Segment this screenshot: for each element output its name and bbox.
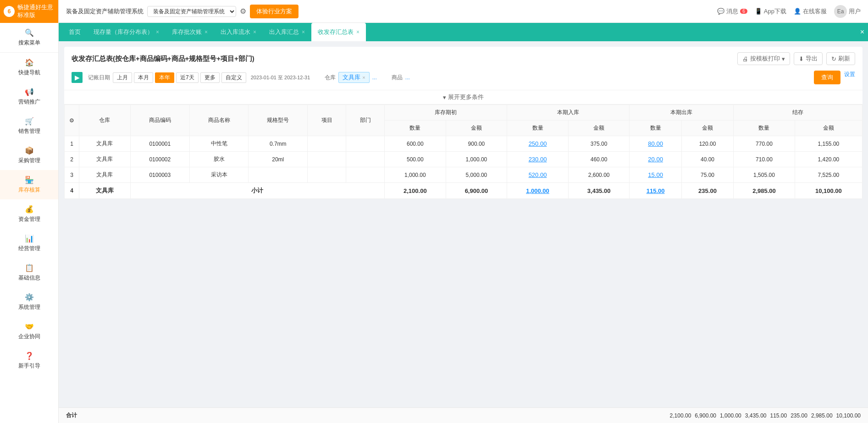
sidebar-item-guide[interactable]: ❓ 新手引导 <box>0 346 58 375</box>
sidebar-item-label: 销售管理 <box>18 127 40 135</box>
header-right: 💬 消息 6 📱 App下载 👤 在线客服 Ea 用户 <box>717 5 861 18</box>
inventory-icon: 🏪 <box>25 176 34 184</box>
col-in-qty: 数量 <box>507 121 569 136</box>
tab-recv-send-summary[interactable]: 收发存汇总表 × <box>311 23 366 41</box>
filter-action-buttons: 查询 设置 <box>814 71 855 84</box>
query-button[interactable]: 查询 <box>814 71 840 84</box>
system-title: 装备及固定资产辅助管理系统 <box>66 7 144 16</box>
tab-batch-ledger[interactable]: 库存批次账 × <box>166 23 214 41</box>
col-out-qty: 数量 <box>630 121 681 136</box>
sidebar-item-sales[interactable]: 🛒 销售管理 <box>0 111 58 141</box>
message-item[interactable]: 💬 消息 6 <box>717 7 747 16</box>
total-out-amt: 235.00 <box>791 412 807 419</box>
user-item[interactable]: Ea 用户 <box>834 5 861 18</box>
tab-home[interactable]: 首页 <box>62 23 87 41</box>
row-open-qty: 500.00 <box>385 152 446 167</box>
row-open-qty: 1,000.00 <box>385 167 446 183</box>
tab-inventory-dist-close[interactable]: × <box>156 29 159 35</box>
sidebar-item-search[interactable]: 🔍 搜索菜单 <box>0 23 58 53</box>
sidebar-item-quick-nav[interactable]: 🏠 快捷导航 <box>0 53 58 82</box>
online-service-label: 在线客服 <box>803 7 827 16</box>
tab-home-label: 首页 <box>69 28 81 36</box>
col-product-name-header: 商品名称 <box>189 105 249 136</box>
try-button[interactable]: 体验行业方案 <box>250 5 299 18</box>
phone-icon: 📱 <box>755 8 762 15</box>
online-service-item[interactable]: 👤 在线客服 <box>794 7 827 16</box>
product-more[interactable]: ... <box>405 74 410 81</box>
sidebar-item-inventory[interactable]: 🏪 库存核算 <box>0 170 58 199</box>
row-open-amt: 1,000.00 <box>446 152 507 167</box>
warehouse-tag[interactable]: 文具库 × <box>338 72 369 83</box>
tab-batch-ledger-label: 库存批次账 <box>172 28 202 36</box>
row-code: 0100002 <box>130 152 189 167</box>
warehouse-tag-name: 文具库 <box>343 73 360 82</box>
warehouse-more[interactable]: ... <box>372 74 377 81</box>
sidebar-item-label: 库存核算 <box>18 186 40 194</box>
print-button[interactable]: 🖨 按模板打印 ▾ <box>737 52 790 65</box>
sidebar-item-purchase[interactable]: 📦 采购管理 <box>0 141 58 170</box>
tabs-close-all-button[interactable]: × <box>860 28 864 36</box>
row-project <box>308 167 346 183</box>
refresh-button[interactable]: ↻ 刷新 <box>826 52 855 65</box>
subtotal-bal-amt: 10,100.00 <box>795 183 862 199</box>
export-button[interactable]: ⬇ 导出 <box>794 52 823 65</box>
date-btn-custom[interactable]: 自定义 <box>221 72 246 83</box>
row-project <box>308 152 346 167</box>
app-download-item[interactable]: 📱 App下载 <box>755 7 786 16</box>
tab-recv-send-summary-close[interactable]: × <box>356 29 359 35</box>
bottom-bar: 合计 2,100.00 6,900.00 1,000.00 3,435.00 1… <box>59 407 868 423</box>
sidebar-item-enterprise[interactable]: 🤝 企业协同 <box>0 317 58 346</box>
sidebar-item-label: 营销推广 <box>18 98 40 106</box>
sidebar-item-basic[interactable]: 📋 基础信息 <box>0 258 58 287</box>
subtotal-out-amt: 235.00 <box>681 183 733 199</box>
sidebar-item-finance[interactable]: 💰 资金管理 <box>0 199 58 229</box>
date-label: 记账日期 <box>88 74 110 82</box>
header-settings-icon[interactable]: ⚙ <box>240 7 246 16</box>
subtotal-out-qty: 115.00 <box>630 183 681 199</box>
message-label: 消息 <box>726 7 738 16</box>
total-in-qty: 1,000.00 <box>720 412 741 419</box>
purchase-icon: 📦 <box>25 146 34 155</box>
row-code: 0100001 <box>130 136 189 152</box>
row-out-qty[interactable]: 15.00 <box>630 167 681 183</box>
tab-inventory-dist[interactable]: 现存量（库存分布表） × <box>87 23 166 41</box>
row-warehouse: 文具库 <box>79 136 131 152</box>
tab-in-out-flow[interactable]: 出入库流水 × <box>214 23 263 41</box>
tab-in-out-summary[interactable]: 出入库汇总 × <box>263 23 311 41</box>
date-buttons: 上月 本月 本年 近7天 更多 自定义 <box>113 72 246 83</box>
table-row: 3 文具库 0100003 采访本 1,000.00 5,000.00 520.… <box>65 167 862 183</box>
export-icon: ⬇ <box>799 55 804 62</box>
col-settings[interactable]: ⚙ <box>65 105 79 136</box>
data-table: ⚙ 仓库 商品编码 商品名称 规格型号 项目 部门 库存期初 本期入库 本期出库… <box>64 104 862 199</box>
sidebar-item-marketing[interactable]: 📢 营销推广 <box>0 82 58 111</box>
row-bal-amt: 1,420.00 <box>795 152 862 167</box>
tab-in-out-flow-close[interactable]: × <box>253 29 256 35</box>
tab-inventory-dist-label: 现存量（库存分布表） <box>94 28 153 36</box>
date-btn-this-year[interactable]: 本年 <box>155 72 174 83</box>
expand-more-button[interactable]: ▾ 展开更多条件 <box>443 93 484 101</box>
row-in-qty[interactable]: 230.00 <box>507 152 569 167</box>
row-in-qty[interactable]: 250.00 <box>507 136 569 152</box>
main-content: 装备及固定资产辅助管理系统 装备及固定资产辅助管理系统 ⚙ 体验行业方案 💬 消… <box>59 0 868 423</box>
subtotal-in-qty: 1,000.00 <box>507 183 569 199</box>
subtotal-row: 4 文具库 小计 2,100.00 6,900.00 1,000.00 3,43… <box>65 183 862 199</box>
filter-settings-link[interactable]: 设置 <box>844 71 855 84</box>
logo-icon: 6 <box>4 6 15 17</box>
date-btn-last7[interactable]: 近7天 <box>176 72 199 83</box>
warehouse-tag-remove[interactable]: × <box>362 75 365 80</box>
row-out-qty[interactable]: 20.00 <box>630 152 681 167</box>
date-btn-more[interactable]: 更多 <box>200 72 220 83</box>
date-btn-last-month[interactable]: 上月 <box>113 72 132 83</box>
row-out-qty[interactable]: 80.00 <box>630 136 681 152</box>
total-bal-amt: 10,100.00 <box>836 412 861 419</box>
sidebar-item-system[interactable]: ⚙️ 系统管理 <box>0 287 58 317</box>
tab-batch-ledger-close[interactable]: × <box>205 29 208 35</box>
tab-in-out-summary-close[interactable]: × <box>302 29 305 35</box>
filter-expand-button[interactable]: ▶ <box>72 72 83 83</box>
date-btn-this-month[interactable]: 本月 <box>134 72 153 83</box>
row-in-qty[interactable]: 520.00 <box>507 167 569 183</box>
total-bal-qty: 2,985.00 <box>811 412 833 419</box>
sidebar-item-operation[interactable]: 📊 经营管理 <box>0 229 58 258</box>
system-selector[interactable]: 装备及固定资产辅助管理系统 <box>147 6 236 17</box>
col-product-code-header: 商品编码 <box>130 105 189 136</box>
